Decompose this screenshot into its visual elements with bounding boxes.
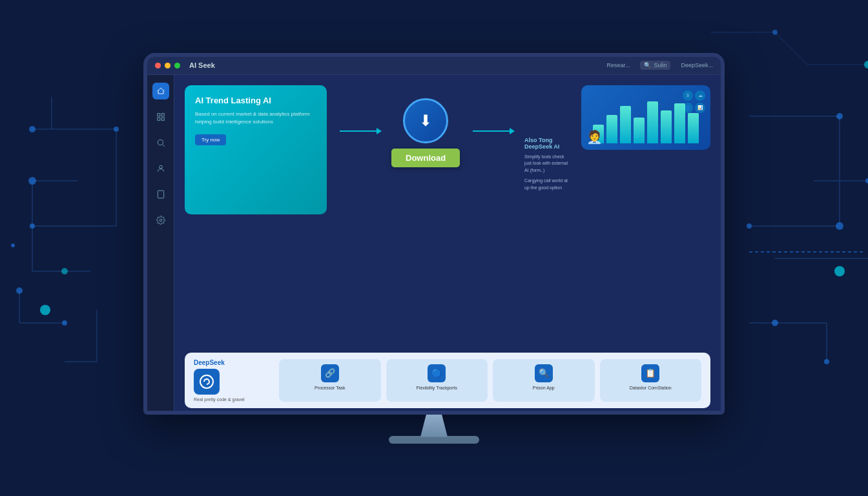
svg-point-14 bbox=[30, 223, 35, 229]
sidebar-item-user[interactable] bbox=[152, 160, 169, 177]
sidebar-item-phone[interactable] bbox=[152, 186, 169, 203]
monitor-stand bbox=[415, 415, 453, 437]
svg-point-17 bbox=[11, 243, 15, 247]
chart-bar-3 bbox=[620, 106, 631, 143]
sidebar-item-grid[interactable] bbox=[152, 108, 169, 125]
feature-card-3[interactable]: 🔍 Prison App bbox=[493, 359, 595, 402]
svg-rect-42 bbox=[161, 113, 164, 116]
content-layout: AI Trend Lasting AI Based on current mar… bbox=[185, 85, 710, 408]
svg-point-47 bbox=[159, 165, 162, 169]
svg-point-31 bbox=[865, 178, 868, 183]
sidebar-item-search[interactable] bbox=[152, 134, 169, 151]
svg-point-12 bbox=[114, 127, 119, 132]
right-info-title: Also Tong DeepSeek AI bbox=[524, 137, 568, 150]
feature-icon-4: 📋 bbox=[641, 364, 659, 382]
feature-icon-3: 🔍 bbox=[535, 364, 553, 382]
download-button[interactable]: Download bbox=[391, 149, 460, 167]
monitor-screen: AI Seek Resear... 🔍 Sulin DeepSeek... bbox=[143, 53, 725, 415]
traffic-light-green[interactable] bbox=[174, 63, 180, 68]
chart-bar-8 bbox=[688, 113, 699, 143]
svg-point-13 bbox=[28, 177, 36, 185]
top-section: AI Trend Lasting AI Based on current mar… bbox=[185, 85, 710, 342]
feature-card-2[interactable]: 🔵 Flexibility Trackports bbox=[386, 359, 488, 402]
svg-point-29 bbox=[747, 223, 752, 229]
arrow-line-left bbox=[340, 130, 378, 132]
title-bar: AI Seek Resear... 🔍 Sulin DeepSeek... bbox=[147, 57, 721, 75]
chart-figure: 🧑‍💼 bbox=[586, 129, 603, 145]
svg-point-18 bbox=[40, 305, 50, 315]
svg-point-39 bbox=[772, 30, 778, 35]
right-info-item-2: Cargying call world at up the good optio… bbox=[524, 178, 568, 191]
download-center: ⬇ Download bbox=[391, 85, 460, 167]
arrow-left bbox=[340, 85, 378, 132]
left-panel-description: Based on current market & data analytics… bbox=[195, 110, 316, 126]
feature-label-3: Prison App bbox=[533, 385, 555, 391]
feature-label-4: Datastor ComStation bbox=[630, 385, 672, 391]
svg-point-34 bbox=[834, 266, 845, 276]
download-circle: ⬇ bbox=[403, 98, 448, 143]
traffic-light-yellow[interactable] bbox=[165, 63, 170, 68]
search-icon: 🔍 bbox=[644, 62, 651, 68]
feature-cards: 🔗 Processor Task 🔵 Flexibility Trackport… bbox=[279, 359, 701, 402]
chart-icons: $ ☁ 👤 📊 bbox=[683, 90, 705, 113]
chart-icon-chart: 📊 bbox=[695, 103, 705, 113]
sidebar-item-home[interactable] bbox=[152, 83, 169, 99]
chart-bar-5 bbox=[647, 101, 658, 143]
arrow-line-right bbox=[473, 130, 512, 132]
feature-label-1: Processor Task bbox=[315, 385, 346, 391]
deepseek-logo-icon bbox=[194, 369, 220, 395]
svg-point-15 bbox=[16, 287, 23, 294]
svg-line-46 bbox=[162, 144, 164, 146]
download-icon: ⬇ bbox=[419, 112, 432, 130]
feature-card-4[interactable]: 📋 Datastor ComStation bbox=[600, 359, 702, 402]
sidebar-item-settings[interactable] bbox=[152, 212, 169, 229]
feature-icon-1: 🔗 bbox=[321, 364, 339, 382]
svg-point-28 bbox=[836, 113, 843, 119]
svg-point-33 bbox=[824, 359, 829, 364]
monitor: AI Seek Resear... 🔍 Sulin DeepSeek... bbox=[143, 53, 725, 444]
left-panel: AI Trend Lasting AI Based on current mar… bbox=[185, 85, 327, 214]
feature-icon-2: 🔵 bbox=[428, 364, 446, 382]
screen-content: AI Trend Lasting AI Based on current mar… bbox=[147, 75, 721, 415]
chart-bar-6 bbox=[661, 110, 672, 143]
title-bar-nav: Resear... 🔍 Sulin DeepSeek... bbox=[606, 61, 713, 70]
right-info-item-1: Simplify tools check just look with exte… bbox=[524, 154, 568, 174]
svg-rect-43 bbox=[157, 118, 160, 120]
chart-icon-cloud: ☁ bbox=[695, 90, 705, 101]
chart-icon-dollar: $ bbox=[683, 90, 693, 101]
search-text: Sulin bbox=[654, 62, 666, 68]
main-area: AI Trend Lasting AI Based on current mar… bbox=[174, 75, 721, 415]
right-info: Also Tong DeepSeek AI Simplify tools che… bbox=[524, 85, 568, 192]
svg-point-16 bbox=[62, 320, 67, 326]
svg-point-32 bbox=[772, 320, 778, 326]
bottom-section: DeepSeek Real pretty code & gravel bbox=[185, 353, 710, 408]
nav-item-research[interactable]: Resear... bbox=[606, 62, 630, 68]
svg-rect-41 bbox=[157, 113, 160, 116]
svg-point-11 bbox=[29, 126, 36, 132]
deepseek-subtext: Real pretty code & gravel bbox=[194, 397, 245, 402]
chart-panel: $ ☁ 👤 📊 bbox=[581, 85, 710, 150]
svg-point-45 bbox=[158, 140, 163, 145]
deepseek-logo-area: DeepSeek Real pretty code & gravel bbox=[194, 359, 271, 402]
chart-bar-2 bbox=[606, 115, 617, 143]
try-now-button[interactable]: Try now bbox=[195, 134, 226, 145]
svg-point-19 bbox=[61, 268, 68, 274]
deepseek-label: DeepSeek bbox=[194, 359, 225, 366]
sidebar bbox=[147, 75, 174, 415]
arrow-right bbox=[473, 85, 512, 132]
svg-line-37 bbox=[775, 32, 807, 65]
svg-point-30 bbox=[836, 222, 843, 230]
app-title: AI Seek bbox=[189, 61, 215, 69]
traffic-light-red[interactable] bbox=[155, 63, 161, 68]
svg-point-40 bbox=[864, 61, 868, 68]
feature-card-1[interactable]: 🔗 Processor Task bbox=[279, 359, 381, 402]
svg-rect-44 bbox=[161, 118, 164, 120]
chart-bar-7 bbox=[674, 103, 685, 143]
left-panel-title: AI Trend Lasting AI bbox=[195, 96, 316, 105]
nav-item-deepseek[interactable]: DeepSeek... bbox=[681, 62, 713, 68]
feature-label-2: Flexibility Trackports bbox=[417, 385, 457, 391]
chart-bar-4 bbox=[634, 118, 645, 143]
search-bar[interactable]: 🔍 Sulin bbox=[640, 61, 670, 70]
